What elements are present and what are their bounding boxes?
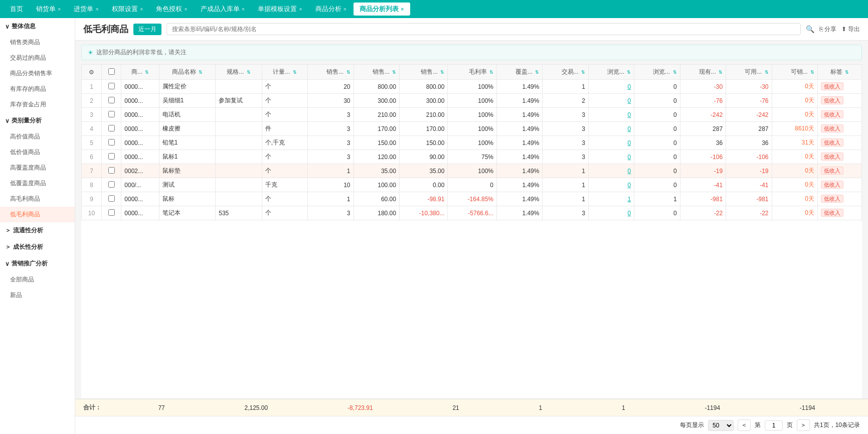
next-page-button[interactable]: ＞ <box>797 419 810 431</box>
sidebar-item-low-margin[interactable]: 低毛利商品 <box>0 207 75 222</box>
row-checkbox[interactable] <box>101 94 121 108</box>
view1-link[interactable]: 0 <box>628 168 631 175</box>
date-filter-button[interactable]: 近一月 <box>133 24 161 35</box>
col-trade[interactable]: 交易... ⇅ <box>543 65 588 80</box>
view1-link[interactable]: 0 <box>628 139 631 147</box>
col-coverage[interactable]: 覆盖... ⇅ <box>497 65 543 80</box>
row-select-checkbox[interactable] <box>108 209 115 216</box>
row-checkbox[interactable] <box>101 80 121 94</box>
row-view1[interactable]: 0 <box>588 164 634 178</box>
row-select-checkbox[interactable] <box>108 83 115 89</box>
row-view1[interactable]: 0 <box>588 206 634 220</box>
nav-close-icon[interactable]: × <box>140 6 143 12</box>
col-unit[interactable]: 计量... ⇅ <box>262 65 307 80</box>
sidebar-group-category[interactable]: ∨ 类别量分析 <box>0 112 75 129</box>
view1-link[interactable]: 1 <box>628 196 631 203</box>
row-checkbox[interactable] <box>101 164 121 178</box>
col-sale-price[interactable]: 销售... ⇅ <box>354 65 399 80</box>
page-number-input[interactable] <box>765 420 783 430</box>
row-settings[interactable]: 5 <box>82 136 102 150</box>
row-settings[interactable]: 7 <box>82 164 102 178</box>
nav-purchase-order[interactable]: 进货单 × <box>68 3 104 16</box>
nav-sales-order[interactable]: 销货单 × <box>30 3 67 16</box>
view1-link[interactable]: 0 <box>628 125 631 132</box>
sidebar-item-high-coverage[interactable]: 高覆盖度商品 <box>0 160 75 176</box>
sidebar-group-overall[interactable]: ∨ 整体信息 <box>0 18 75 35</box>
col-settings[interactable]: ⚙ <box>82 65 102 80</box>
nav-home[interactable]: 首页 <box>4 3 29 16</box>
row-settings[interactable]: 3 <box>82 108 102 122</box>
view1-link[interactable]: 0 <box>628 83 631 90</box>
col-gross-rate[interactable]: 毛利率 ⇅ <box>448 65 497 80</box>
row-view1[interactable]: 0 <box>588 94 634 108</box>
sidebar-item-high-value[interactable]: 高价值商品 <box>0 129 75 144</box>
row-settings[interactable]: 9 <box>82 192 102 206</box>
row-select-checkbox[interactable] <box>108 125 115 131</box>
row-view1[interactable]: 0 <box>588 136 634 150</box>
col-tag[interactable]: 标签 ⇅ <box>817 65 861 80</box>
nav-close-icon[interactable]: × <box>401 6 404 12</box>
row-select-checkbox[interactable] <box>108 195 115 202</box>
export-button[interactable]: ⬆ 导出 <box>841 25 860 34</box>
nav-close-icon[interactable]: × <box>184 6 187 12</box>
row-view1[interactable]: 0 <box>588 80 634 94</box>
row-select-checkbox[interactable] <box>108 97 115 103</box>
row-settings[interactable]: 6 <box>82 150 102 164</box>
row-settings[interactable]: 4 <box>82 122 102 136</box>
col-usable[interactable]: 可用... ⇅ <box>726 65 772 80</box>
view1-link[interactable]: 0 <box>628 154 631 161</box>
sidebar-group-growth[interactable]: ＞ 成长性分析 <box>0 239 75 255</box>
sidebar-item-low-value[interactable]: 低价值商品 <box>0 144 75 160</box>
row-view1[interactable]: 0 <box>588 108 634 122</box>
nav-close-icon[interactable]: × <box>299 6 302 12</box>
col-current[interactable]: 现有... ⇅ <box>680 65 726 80</box>
col-checkbox[interactable] <box>101 65 121 80</box>
col-code[interactable]: 商... ⇅ <box>121 65 159 80</box>
sidebar-item-stock-capital[interactable]: 库存资金占用 <box>0 97 75 112</box>
search-input[interactable] <box>166 23 801 35</box>
sidebar-item-category-rate[interactable]: 商品分类销售率 <box>0 66 75 81</box>
nav-product-stock[interactable]: 产成品入库单 × <box>195 3 251 16</box>
row-settings[interactable]: 2 <box>82 94 102 108</box>
row-select-checkbox[interactable] <box>108 139 115 146</box>
row-checkbox[interactable] <box>101 122 121 136</box>
row-checkbox[interactable] <box>101 108 121 122</box>
view1-link[interactable]: 0 <box>628 182 631 189</box>
row-select-checkbox[interactable] <box>108 111 115 117</box>
nav-template[interactable]: 单据模板设置 × <box>252 3 308 16</box>
share-button[interactable]: ⎘ 分享 <box>819 25 836 34</box>
view1-link[interactable]: 0 <box>628 210 631 217</box>
sidebar-item-stock-products[interactable]: 有库存的商品 <box>0 81 75 97</box>
sidebar-item-traded-products[interactable]: 交易过的商品 <box>0 50 75 66</box>
prev-page-button[interactable]: ＜ <box>738 419 751 431</box>
view1-link[interactable]: 0 <box>628 111 631 118</box>
row-checkbox[interactable] <box>101 150 121 164</box>
nav-role-auth[interactable]: 角色授权 × <box>150 3 193 16</box>
sidebar-item-sales-products[interactable]: 销售类商品 <box>0 35 75 50</box>
nav-close-icon[interactable]: × <box>58 6 61 12</box>
row-select-checkbox[interactable] <box>108 181 115 188</box>
row-view1[interactable]: 0 <box>588 178 634 192</box>
row-checkbox[interactable] <box>101 206 121 220</box>
row-settings[interactable]: 8 <box>82 178 102 192</box>
row-view1[interactable]: 1 <box>588 192 634 206</box>
row-view1[interactable]: 0 <box>588 150 634 164</box>
sidebar-item-all-products[interactable]: 全部商品 <box>0 272 75 287</box>
row-checkbox[interactable] <box>101 178 121 192</box>
col-spec[interactable]: 规格... ⇅ <box>216 65 262 80</box>
row-view1[interactable]: 0 <box>588 122 634 136</box>
row-select-checkbox[interactable] <box>108 153 115 160</box>
search-icon[interactable]: 🔍 <box>806 25 814 33</box>
col-saleable[interactable]: 可销... ⇅ <box>772 65 817 80</box>
page-size-select[interactable]: 50 100 200 <box>708 420 734 431</box>
col-name[interactable]: 商品名称 ⇅ <box>159 65 216 80</box>
row-select-checkbox[interactable] <box>108 167 115 174</box>
nav-close-icon[interactable]: × <box>343 6 346 12</box>
col-sale-amount[interactable]: 销售... ⇅ <box>399 65 448 80</box>
data-table-wrapper[interactable]: ⚙ 商... ⇅ 商品名称 ⇅ 规格... ⇅ 计量... ⇅ 销售... ⇅ … <box>81 64 862 398</box>
sidebar-group-liquidity[interactable]: ＞ 流通性分析 <box>0 222 75 239</box>
row-settings[interactable]: 1 <box>82 80 102 94</box>
view1-link[interactable]: 0 <box>628 97 631 104</box>
nav-product-analysis[interactable]: 商品分析 × <box>309 3 353 16</box>
col-sale-qty[interactable]: 销售... ⇅ <box>308 65 354 80</box>
